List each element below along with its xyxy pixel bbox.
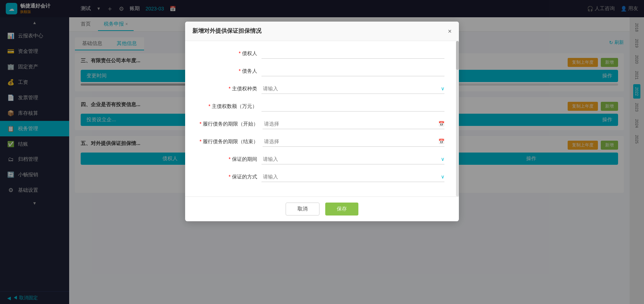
creditor-label: * 债权人 xyxy=(200,50,257,57)
form-row-period-start: * 履行债务的期限（开始） 📅 xyxy=(200,119,444,129)
modal-overlay[interactable]: 新增对外提供保证担保情况 × * 债权人 * 债务人 xyxy=(0,0,644,304)
form-row-guarantee-method: * 保证的方式 ∨ xyxy=(200,172,444,182)
modal-title: 新增对外提供保证担保情况 xyxy=(192,27,261,35)
creditor-input[interactable] xyxy=(261,48,444,59)
debt-amount-input[interactable] xyxy=(261,101,444,112)
form-row-period-end: * 履行债务的期限（结束） 📅 xyxy=(200,136,444,147)
guarantee-period-input[interactable] xyxy=(261,154,441,164)
debt-type-input[interactable] xyxy=(261,83,441,94)
period-end-input[interactable] xyxy=(263,136,438,146)
period-end-calendar-icon[interactable]: 📅 xyxy=(438,139,444,144)
creditor-required: * xyxy=(239,50,241,56)
debt-amount-required: * xyxy=(209,103,210,109)
form-row-guarantee-period: * 保证的期间 ∨ xyxy=(200,154,444,164)
modal-scrollbar[interactable] xyxy=(456,41,459,196)
save-button[interactable]: 保存 xyxy=(325,203,358,215)
modal-close-button[interactable]: × xyxy=(448,28,452,35)
guarantee-method-dropdown-icon[interactable]: ∨ xyxy=(441,174,444,180)
cancel-button[interactable]: 取消 xyxy=(286,203,319,215)
modal-header: 新增对外提供保证担保情况 × xyxy=(185,22,459,41)
modal-scrollbar-thumb xyxy=(456,41,459,70)
period-start-date-wrapper: 📅 xyxy=(263,119,444,129)
period-end-required: * xyxy=(200,139,201,144)
guarantee-period-label: * 保证的期间 xyxy=(200,156,257,163)
period-end-date-wrapper: 📅 xyxy=(263,136,444,147)
period-start-input[interactable] xyxy=(263,119,438,129)
form-row-debt-amount: * 主债权数额（万元） xyxy=(200,101,444,112)
guarantee-period-select-wrapper: ∨ xyxy=(261,154,444,164)
guarantee-method-select-wrapper: ∨ xyxy=(261,172,444,182)
debt-type-required: * xyxy=(229,86,231,91)
debt-type-select-wrapper: ∨ xyxy=(261,83,444,94)
debt-amount-label: * 主债权数额（万元） xyxy=(200,103,257,110)
guarantee-period-required: * xyxy=(229,156,231,162)
form-row-debt-type: * 主债权种类 ∨ xyxy=(200,83,444,94)
period-end-label: * 履行债务的期限（结束） xyxy=(200,139,258,145)
debtor-label: * 债务人 xyxy=(200,68,257,74)
debtor-required: * xyxy=(239,68,241,74)
guarantee-method-input[interactable] xyxy=(261,172,441,182)
period-start-required: * xyxy=(200,121,201,127)
form-row-creditor: * 债权人 xyxy=(200,48,444,59)
modal-footer: 取消 保存 xyxy=(185,196,459,221)
period-start-calendar-icon[interactable]: 📅 xyxy=(438,121,444,127)
guarantee-period-dropdown-icon[interactable]: ∨ xyxy=(441,156,444,162)
guarantee-method-required: * xyxy=(229,174,231,180)
modal-body: * 债权人 * 债务人 * 主债权种类 xyxy=(185,41,459,196)
debtor-input[interactable] xyxy=(261,66,444,76)
guarantee-method-label: * 保证的方式 xyxy=(200,174,257,180)
period-start-label: * 履行债务的期限（开始） xyxy=(200,121,258,127)
modal-dialog: 新增对外提供保证担保情况 × * 债权人 * 债务人 xyxy=(185,22,459,221)
debt-type-dropdown-icon[interactable]: ∨ xyxy=(441,86,444,91)
form-row-debtor: * 债务人 xyxy=(200,66,444,76)
debt-type-label: * 主债权种类 xyxy=(200,86,257,92)
